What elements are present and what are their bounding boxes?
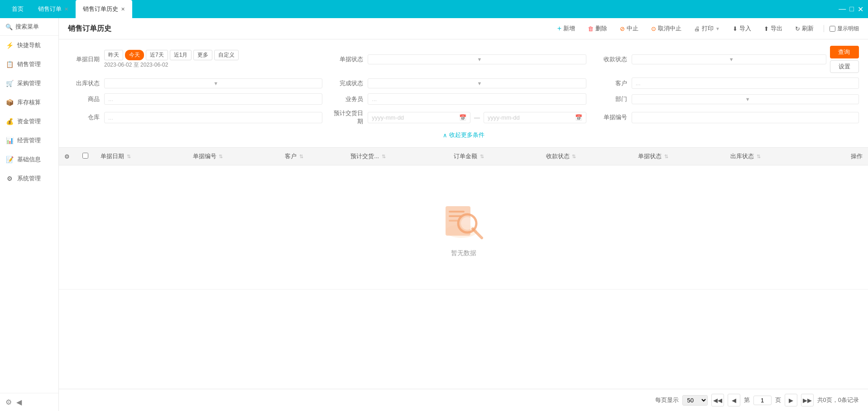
tab-sales-order-history[interactable]: 销售订单历史 ✕ <box>76 0 132 18</box>
filter-delivery-to-input[interactable] <box>488 114 575 121</box>
delete-button[interactable]: 🗑 删除 <box>583 23 612 34</box>
number-sort-icon[interactable]: ⇅ <box>219 154 223 159</box>
date-sort-icon[interactable]: ⇅ <box>127 154 131 159</box>
print-button[interactable]: 🖨 打印 ▼ <box>690 23 724 34</box>
doc-status-sort-icon[interactable]: ⇅ <box>664 154 668 159</box>
col-action-label: 操作 <box>851 153 863 160</box>
col-date: 单据日期 ⇅ <box>95 148 187 165</box>
filter-goods-input-box[interactable] <box>104 93 322 105</box>
table-header-row: ⚙ 单据日期 ⇅ 单据编号 ⇅ <box>59 148 868 165</box>
customer-sort-icon[interactable]: ⇅ <box>299 154 303 159</box>
stop-button[interactable]: ⊘ 中止 <box>615 23 643 34</box>
add-button[interactable]: + 新增 <box>553 23 580 34</box>
expected-date-sort-icon[interactable]: ⇅ <box>382 154 386 159</box>
sidebar-item-quick-nav-label: 快捷导航 <box>17 41 41 49</box>
date-dash: — <box>474 114 480 121</box>
filter-warehouse-input[interactable] <box>108 114 318 121</box>
prev-page-btn[interactable]: ◀ <box>728 394 740 406</box>
stock-status-sort-icon[interactable]: ⇅ <box>757 154 761 159</box>
export-button[interactable]: ⬆ 导出 <box>759 23 787 34</box>
filter-delivery-from-input[interactable] <box>372 114 459 121</box>
sidebar-item-finance[interactable]: 💰 资金管理 <box>0 112 58 131</box>
query-button[interactable]: 查询 <box>830 46 859 58</box>
filter-doc-number-input-box[interactable] <box>632 112 859 123</box>
sidebar-item-inventory[interactable]: 📦 库存核算 <box>0 93 58 112</box>
minimize-btn[interactable]: — <box>839 5 846 13</box>
filter-customer-label: 客户 <box>595 79 632 87</box>
window-controls: — □ ✕ <box>839 5 863 14</box>
stop-icon: ⊘ <box>620 25 625 32</box>
amount-sort-icon[interactable]: ⇅ <box>480 154 484 159</box>
tab-sales-order[interactable]: 销售订单 ✕ <box>31 0 76 18</box>
filter-warehouse-label: 仓库 <box>68 113 104 121</box>
select-all-checkbox[interactable] <box>82 153 88 159</box>
payment-status-sort-icon[interactable]: ⇅ <box>572 154 576 159</box>
date-btn-custom[interactable]: 自定义 <box>214 50 239 60</box>
filter-salesman-input-box[interactable] <box>368 93 586 105</box>
filter-customer-input[interactable] <box>636 80 855 87</box>
filter-row-1: 单据日期 昨天 今天 近7天 近1月 更多 自定义 2023-06-02 至 2… <box>68 46 859 73</box>
collapse-more-btn[interactable]: ∧ 收起更多条件 <box>68 129 859 141</box>
settings-button[interactable]: 设置 <box>830 60 859 73</box>
tab-sales-order-history-close[interactable]: ✕ <box>121 6 125 12</box>
display-cols-checkbox[interactable]: 显示明细 <box>830 25 859 33</box>
sidebar-item-sys-mgmt[interactable]: ⚙ 系统管理 <box>0 169 58 188</box>
per-page-select[interactable]: 50 10 20 100 <box>682 395 708 406</box>
table-body: 暂无数据 <box>59 165 868 290</box>
payment-status-arrow-icon: ▼ <box>729 57 822 62</box>
first-page-btn[interactable]: ◀◀ <box>711 394 724 406</box>
filter-salesman-label: 业务员 <box>331 95 368 103</box>
date-btn-today[interactable]: 今天 <box>125 50 144 60</box>
sidebar-item-purchase-mgmt[interactable]: 🛒 采购管理 <box>0 74 58 93</box>
filter-delivery-to-box[interactable]: 📅 <box>484 112 586 123</box>
import-button[interactable]: ⬇ 导入 <box>728 23 756 34</box>
filter-dept-select[interactable]: ▼ <box>632 94 859 104</box>
sidebar-item-inventory-label: 库存核算 <box>17 98 41 106</box>
calendar-from-icon[interactable]: 📅 <box>459 114 466 121</box>
maximize-btn[interactable]: □ <box>849 5 854 13</box>
refresh-button[interactable]: ↻ 刷新 <box>791 23 818 34</box>
date-btn-7days[interactable]: 近7天 <box>146 50 168 60</box>
collapse-icon[interactable]: ◀ <box>16 398 22 406</box>
refresh-label: 刷新 <box>802 24 814 33</box>
settings-label: 设置 <box>839 63 850 71</box>
calendar-to-icon[interactable]: 📅 <box>575 114 582 121</box>
tab-home[interactable]: 首页 <box>5 0 31 18</box>
sidebar-item-sales-mgmt[interactable]: 📋 销售管理 <box>0 55 58 74</box>
export-label: 导出 <box>771 24 782 33</box>
filter-goods-label: 商品 <box>68 95 104 103</box>
filter-complete-status-cell: 完成状态 ▼ <box>331 78 595 88</box>
filter-goods-input[interactable] <box>108 96 318 102</box>
sidebar-item-quick-nav[interactable]: ⚡ 快捷导航 <box>0 36 58 55</box>
filter-doc-number-input[interactable] <box>636 114 855 121</box>
stop-label: 中止 <box>627 24 638 33</box>
sidebar-search[interactable]: 🔍 搜索菜单 <box>0 18 58 36</box>
table-settings-icon[interactable]: ⚙ <box>64 153 70 160</box>
last-page-btn[interactable]: ▶▶ <box>801 394 814 406</box>
filter-doc-status-select[interactable]: ▼ <box>368 54 586 64</box>
display-cols-input[interactable] <box>830 26 835 32</box>
date-btn-more[interactable]: 更多 <box>193 50 212 60</box>
tab-sales-order-close[interactable]: ✕ <box>64 6 68 12</box>
pagination: 每页显示 50 10 20 100 ◀◀ ◀ 第 页 ▶ ▶▶ 共0页，0条记录 <box>59 389 868 411</box>
page-number-input[interactable] <box>753 396 772 405</box>
filter-warehouse-input-box[interactable] <box>104 112 322 123</box>
filter-customer-input-box[interactable] <box>632 77 859 89</box>
cancel-stop-button[interactable]: ⊙ 取消中止 <box>647 23 686 34</box>
next-page-btn[interactable]: ▶ <box>785 394 797 406</box>
filter-delivery-from-box[interactable]: 📅 <box>368 112 470 123</box>
filter-complete-status-select[interactable]: ▼ <box>368 78 586 88</box>
date-btn-1month[interactable]: 近1月 <box>170 50 192 60</box>
export-icon: ⬆ <box>764 25 769 32</box>
filter-stock-status-select[interactable]: ▼ <box>104 78 322 88</box>
sidebar-item-basic-info[interactable]: 📝 基础信息 <box>0 150 58 169</box>
settings-icon[interactable]: ⚙ <box>5 398 12 406</box>
col-payment-status-label: 收款状态 <box>546 153 570 160</box>
sidebar-item-operations[interactable]: 📊 经营管理 <box>0 131 58 150</box>
filter-salesman-input[interactable] <box>372 96 582 102</box>
stock-status-arrow-icon: ▼ <box>213 81 318 86</box>
col-customer: 客户 ⇅ <box>279 148 345 165</box>
close-btn[interactable]: ✕ <box>858 5 863 14</box>
filter-payment-status-select[interactable]: ▼ <box>632 54 826 64</box>
date-btn-yesterday[interactable]: 昨天 <box>104 50 123 60</box>
